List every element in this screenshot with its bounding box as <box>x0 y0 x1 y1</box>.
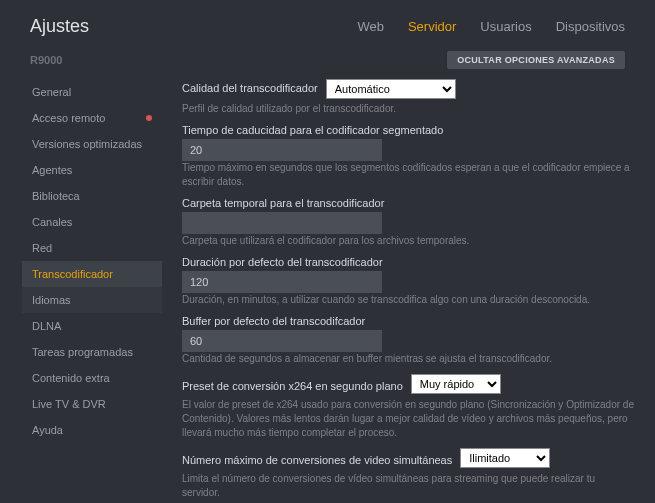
sidebar-item-label: Live TV & DVR <box>32 398 106 410</box>
server-name: R9000 <box>30 54 62 66</box>
seg-timeout-input[interactable] <box>182 139 382 161</box>
buffer-label: Buffer por defecto del transcodifcador <box>182 315 635 327</box>
quality-hint: Perfil de calidad utilizado por el trans… <box>182 102 635 116</box>
warning-icon <box>146 115 152 121</box>
sidebar-item-label: General <box>32 86 71 98</box>
sidebar-item-dlna[interactable]: DLNA <box>22 313 162 339</box>
x264-preset-label: Preset de conversión x264 en segundo pla… <box>182 380 403 392</box>
sidebar-item-general[interactable]: General <box>22 79 162 105</box>
sidebar-item-live-tv-dvr[interactable]: Live TV & DVR <box>22 391 162 417</box>
sidebar-item-label: Acceso remoto <box>32 112 105 124</box>
toggle-advanced-button[interactable]: OCULTAR OPCIONES AVANZADAS <box>447 51 625 69</box>
quality-select[interactable]: Automático <box>326 79 456 99</box>
nav-tabs: Web Servidor Usuarios Dispositivos <box>357 19 625 34</box>
quality-label: Calidad del transcodificador <box>182 82 318 94</box>
tab-usuarios[interactable]: Usuarios <box>480 19 531 34</box>
sidebar-item-label: Transcodificador <box>32 268 113 280</box>
max-conversions-hint: Limita el número de conversiones de víde… <box>182 472 635 500</box>
sidebar-item-label: Canales <box>32 216 72 228</box>
default-duration-hint: Duración, en minutos, a utilizar cuando … <box>182 293 635 307</box>
buffer-hint: Cantidad de segundos a almacenar en buff… <box>182 352 635 366</box>
sidebar-item-transcodificador[interactable]: Transcodificador <box>22 261 162 287</box>
sidebar-item-canales[interactable]: Canales <box>22 209 162 235</box>
sidebar-item-label: Red <box>32 242 52 254</box>
seg-timeout-hint: Tiempo máximo en segundos que los segmen… <box>182 161 635 189</box>
sidebar-item-tareas-programadas[interactable]: Tareas programadas <box>22 339 162 365</box>
temp-dir-hint: Carpeta que utilizará el codificador par… <box>182 234 635 248</box>
seg-timeout-label: Tiempo de caducidad para el codificador … <box>182 124 635 136</box>
x264-preset-select[interactable]: Muy rápido <box>411 374 501 394</box>
temp-dir-input[interactable] <box>182 212 382 234</box>
page-title: Ajustes <box>30 16 89 37</box>
sidebar-item-label: Tareas programadas <box>32 346 133 358</box>
sidebar-item-contenido-extra[interactable]: Contenido extra <box>22 365 162 391</box>
tab-web[interactable]: Web <box>357 19 384 34</box>
sidebar-item-red[interactable]: Red <box>22 235 162 261</box>
sidebar-item-label: Biblioteca <box>32 190 80 202</box>
sidebar-item-acceso-remoto[interactable]: Acceso remoto <box>22 105 162 131</box>
default-duration-input[interactable] <box>182 271 382 293</box>
default-duration-label: Duración por defecto del transcodificado… <box>182 256 635 268</box>
sidebar-item-label: Contenido extra <box>32 372 110 384</box>
sidebar-item-label: Idiomas <box>32 294 71 306</box>
x264-preset-hint: El valor de preset de x264 usado para co… <box>182 398 635 440</box>
max-conversions-label: Número máximo de conversiones de video s… <box>182 454 452 466</box>
sidebar-item-label: Versiones optimizadas <box>32 138 142 150</box>
buffer-input[interactable] <box>182 330 382 352</box>
sidebar-item-biblioteca[interactable]: Biblioteca <box>22 183 162 209</box>
sidebar: General Acceso remoto Versiones optimiza… <box>22 79 162 503</box>
settings-form: Calidad del transcodificador Automático … <box>162 79 655 503</box>
max-conversions-select[interactable]: Ilimitado <box>460 448 550 468</box>
tab-servidor[interactable]: Servidor <box>408 19 456 34</box>
tab-dispositivos[interactable]: Dispositivos <box>556 19 625 34</box>
sidebar-item-agentes[interactable]: Agentes <box>22 157 162 183</box>
temp-dir-label: Carpeta temporal para el transcodificado… <box>182 197 635 209</box>
sidebar-item-versiones-optimizadas[interactable]: Versiones optimizadas <box>22 131 162 157</box>
sidebar-item-label: Agentes <box>32 164 72 176</box>
sidebar-item-ayuda[interactable]: Ayuda <box>22 417 162 443</box>
sidebar-item-idiomas[interactable]: Idiomas <box>22 287 162 313</box>
sidebar-item-label: Ayuda <box>32 424 63 436</box>
sidebar-item-label: DLNA <box>32 320 61 332</box>
